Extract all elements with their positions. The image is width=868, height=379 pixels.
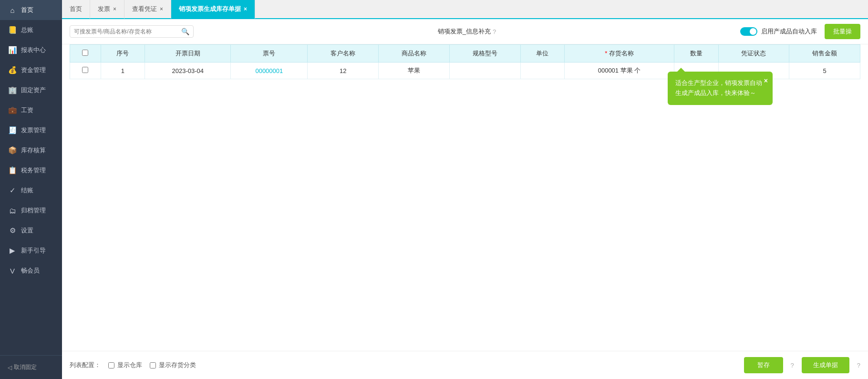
sidebar-item-inventory[interactable]: 📦 库存核算 <box>0 140 62 160</box>
tab-invoice[interactable]: 发票 × <box>90 0 124 19</box>
sidebar-item-archive[interactable]: 🗂 归档管理 <box>0 200 62 221</box>
sidebar-item-tax[interactable]: 📋 税务管理 <box>0 160 62 180</box>
cell-customer: 12 <box>308 63 379 79</box>
list-config-label: 列表配置： <box>70 361 101 369</box>
th-customer: 客户名称 <box>308 45 379 63</box>
auto-warehouse-toggle[interactable] <box>740 27 757 36</box>
show-warehouse-label[interactable]: 显示仓库 <box>108 361 142 369</box>
reports-icon: 📊 <box>8 46 17 54</box>
tabbar: 首页 发票 × 查看凭证 × 销项发票生成库存单据 × <box>62 0 868 19</box>
tax-icon: 📋 <box>8 166 17 175</box>
member-icon: V <box>8 267 17 275</box>
payroll-icon: 💼 <box>8 106 17 115</box>
guide-icon: ▶ <box>8 246 17 255</box>
bottom-actions: 暂存 ? 生成单据 ? <box>744 357 860 373</box>
show-category-label[interactable]: 显示存货分类 <box>150 361 196 369</box>
cell-ticket-no: 00000001 <box>231 63 308 79</box>
cell-checkbox <box>70 63 101 79</box>
show-category-checkbox[interactable] <box>150 362 156 368</box>
sidebar-item-member[interactable]: V 畅会员 <box>0 261 62 281</box>
tab-view-voucher-close[interactable]: × <box>160 6 163 12</box>
info-help-icon[interactable]: ? <box>493 28 496 35</box>
tab-invoice-close[interactable]: × <box>113 6 116 12</box>
th-checkbox <box>70 45 101 63</box>
tooltip-close-button[interactable]: × <box>764 75 768 86</box>
sidebar-item-settlement[interactable]: ✓ 结账 <box>0 180 62 200</box>
invoice-mgmt-icon: 🧾 <box>8 126 17 135</box>
sidebar-item-home[interactable]: ⌂ 首页 <box>0 0 62 20</box>
tab-sales-return-close[interactable]: × <box>244 6 247 12</box>
cell-inventory: 000001 苹果 个 <box>565 63 674 79</box>
sidebar-item-reports[interactable]: 📊 报表中心 <box>0 40 62 60</box>
search-box[interactable]: 🔍 <box>70 25 194 38</box>
settings-icon: ⚙ <box>8 226 17 235</box>
tab-view-voucher[interactable]: 查看凭证 × <box>124 0 171 19</box>
th-qty: 数量 <box>674 45 718 63</box>
sidebar-item-funds[interactable]: 💰 资金管理 <box>0 60 62 80</box>
undo-fixed-button[interactable]: ◁ 取消固定 <box>0 359 62 375</box>
sidebar-item-ledger[interactable]: 📒 总账 <box>0 20 62 40</box>
sidebar: ⌂ 首页 📒 总账 📊 报表中心 💰 资金管理 🏢 固定资产 💼 工资 🧾 发票… <box>0 0 62 379</box>
tab-sales-return[interactable]: 销项发票生成库存单据 × <box>171 0 255 19</box>
ledger-icon: 📒 <box>8 26 17 34</box>
sidebar-bottom: ◁ 取消固定 <box>0 355 62 379</box>
save-help-icon[interactable]: ? <box>791 362 794 369</box>
bottom-bar: 列表配置： 显示仓库 显示存货分类 暂存 ? 生成单据 ? <box>62 351 868 379</box>
sidebar-item-invoice-mgmt[interactable]: 🧾 发票管理 <box>0 120 62 140</box>
th-inventory: * 存货名称 <box>565 45 674 63</box>
cell-spec <box>449 63 520 79</box>
sidebar-item-assets[interactable]: 🏢 固定资产 <box>0 80 62 100</box>
row-checkbox[interactable] <box>82 67 88 73</box>
cell-sales-amount: 5 <box>789 63 860 79</box>
th-seq: 序号 <box>101 45 145 63</box>
home-icon: ⌂ <box>8 6 17 14</box>
th-voucher-status: 凭证状态 <box>718 45 789 63</box>
select-all-checkbox[interactable] <box>82 50 88 56</box>
save-button[interactable]: 暂存 <box>744 357 783 373</box>
settlement-icon: ✓ <box>8 186 17 195</box>
assets-icon: 🏢 <box>8 86 17 95</box>
generate-help-icon[interactable]: ? <box>857 362 860 369</box>
search-icon: 🔍 <box>181 28 189 35</box>
required-star: * <box>605 50 609 57</box>
th-product-name: 商品名称 <box>379 45 450 63</box>
generate-button[interactable]: 生成单据 <box>802 357 849 373</box>
sidebar-item-payroll[interactable]: 💼 工资 <box>0 100 62 120</box>
th-date: 开票日期 <box>145 45 231 63</box>
funds-icon: 💰 <box>8 66 17 74</box>
th-unit: 单位 <box>520 45 565 63</box>
show-warehouse-checkbox[interactable] <box>108 362 114 368</box>
inventory-icon: 📦 <box>8 146 17 155</box>
info-label: 销项发票_信息补充 ? <box>438 27 496 36</box>
undo-icon: ◁ <box>8 364 12 371</box>
cell-unit <box>520 63 565 79</box>
search-input[interactable] <box>74 28 178 35</box>
toolbar: 🔍 销项发票_信息补充 ? 启用产成品自动入库 批量操 <box>62 19 868 44</box>
toggle-area: 启用产成品自动入库 <box>740 27 817 36</box>
th-sales-amount: 销售金额 <box>789 45 860 63</box>
cell-seq: 1 <box>101 63 145 79</box>
page-content: 🔍 销项发票_信息补充 ? 启用产成品自动入库 批量操 <box>62 19 868 379</box>
tooltip-popup: × 适合生产型企业，销项发票自动生成产成品入库，快来体验～ <box>668 72 773 105</box>
th-spec: 规格型号 <box>449 45 520 63</box>
archive-icon: 🗂 <box>8 207 17 215</box>
sidebar-item-settings[interactable]: ⚙ 设置 <box>0 221 62 241</box>
cell-product: 苹果 <box>379 63 450 79</box>
main-area: 首页 发票 × 查看凭证 × 销项发票生成库存单据 × 🔍 销项发票_信息补充 … <box>62 0 868 379</box>
tab-home[interactable]: 首页 <box>62 0 90 19</box>
batch-button[interactable]: 批量操 <box>825 24 860 39</box>
sidebar-item-guide[interactable]: ▶ 新手引导 <box>0 241 62 261</box>
th-ticket-no: 票号 <box>231 45 308 63</box>
ticket-link[interactable]: 00000001 <box>255 67 283 74</box>
table-header-row: 序号 开票日期 票号 客户名称 商品名称 规格型号 单位 * 存货名称 数量 凭… <box>70 45 860 63</box>
cell-date: 2023-03-04 <box>145 63 231 79</box>
